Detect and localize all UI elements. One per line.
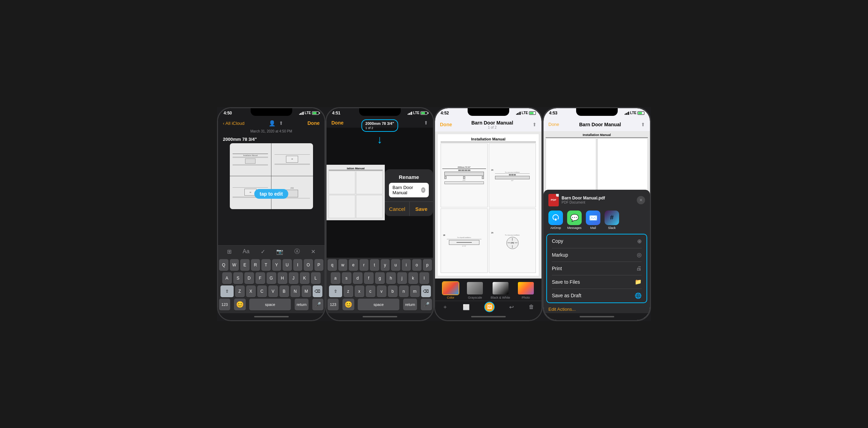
- key-w[interactable]: W: [230, 259, 239, 271]
- mic-key-2[interactable]: 🎤: [421, 299, 432, 310]
- key2-b[interactable]: b: [388, 285, 398, 297]
- key-e[interactable]: E: [240, 259, 250, 271]
- key-d[interactable]: D: [244, 272, 254, 284]
- key2-a[interactable]: a: [331, 272, 340, 284]
- key-t[interactable]: T: [261, 259, 271, 271]
- filter-bw[interactable]: Black & White: [491, 281, 510, 299]
- rename-input[interactable]: Barn Door Manual ✕: [389, 183, 429, 197]
- key2-e[interactable]: e: [349, 259, 358, 271]
- space-key-1[interactable]: space: [249, 299, 291, 310]
- filter-grayscale[interactable]: Grayscale: [466, 281, 484, 299]
- delete-key-2[interactable]: ⌫: [421, 285, 431, 297]
- key2-o[interactable]: o: [412, 259, 422, 271]
- crop-icon[interactable]: ⬜: [463, 304, 470, 310]
- key-f[interactable]: F: [255, 272, 265, 284]
- return-key-2[interactable]: return: [403, 299, 417, 310]
- key-y[interactable]: Y: [272, 259, 281, 271]
- person-icon-1[interactable]: 👤: [269, 120, 276, 127]
- key-z[interactable]: Z: [235, 285, 245, 297]
- key2-s[interactable]: s: [342, 272, 351, 284]
- key2-j[interactable]: j: [397, 272, 407, 284]
- close-icon[interactable]: ✕: [311, 248, 315, 255]
- key-g[interactable]: G: [267, 272, 276, 284]
- emoji-key-1[interactable]: 😊: [234, 299, 246, 310]
- key2-t[interactable]: t: [370, 259, 379, 271]
- table-icon[interactable]: ⊞: [227, 248, 232, 255]
- key-m[interactable]: M: [302, 285, 311, 297]
- share-option-save-draft[interactable]: Save as Draft 🌐: [547, 289, 646, 302]
- key2-y[interactable]: y: [381, 259, 390, 271]
- share-close-button[interactable]: ✕: [637, 196, 645, 204]
- key2-i[interactable]: i: [402, 259, 411, 271]
- space-key-2[interactable]: space: [358, 299, 399, 310]
- key-b[interactable]: B: [279, 285, 289, 297]
- rename-input-text[interactable]: Barn Door Manual: [392, 185, 421, 195]
- tap-to-edit-badge[interactable]: tap to edit: [254, 189, 288, 199]
- share-edit-actions[interactable]: Edit Actions...: [544, 304, 650, 313]
- key-l[interactable]: L: [311, 272, 321, 284]
- rename-save-button[interactable]: Save: [409, 202, 433, 216]
- key-v[interactable]: V: [268, 285, 278, 297]
- rotate-icon[interactable]: ↩: [509, 304, 514, 310]
- share-icon-3[interactable]: ⬆: [532, 122, 537, 127]
- filter-color[interactable]: Color: [442, 281, 459, 299]
- share-icon-2[interactable]: ⬆: [424, 120, 428, 126]
- share-app-messages[interactable]: 💬 Messages: [567, 211, 582, 230]
- key2-q[interactable]: q: [328, 259, 337, 271]
- share-option-copy[interactable]: Copy ⊕: [547, 234, 646, 248]
- key-k[interactable]: K: [300, 272, 310, 284]
- back-button-1[interactable]: ‹ All iCloud: [223, 121, 244, 126]
- key-o[interactable]: O: [304, 259, 313, 271]
- key-x[interactable]: X: [246, 285, 256, 297]
- key-a[interactable]: A: [222, 272, 232, 284]
- key-p[interactable]: P: [314, 259, 324, 271]
- key2-g[interactable]: g: [375, 272, 385, 284]
- share-app-slack[interactable]: # Slack: [605, 211, 619, 230]
- key2-l[interactable]: l: [419, 272, 429, 284]
- key2-n[interactable]: n: [399, 285, 409, 297]
- key-h[interactable]: H: [278, 272, 287, 284]
- pdf-preview-1[interactable]: Installation Manual: [230, 143, 313, 209]
- emoji-key-2[interactable]: 😊: [342, 299, 354, 310]
- key2-p[interactable]: p: [423, 259, 432, 271]
- text-format-icon[interactable]: Aa: [243, 248, 250, 255]
- rename-cancel-button[interactable]: Cancel: [385, 202, 409, 216]
- mic-key-1[interactable]: 🎤: [312, 299, 323, 310]
- key-s[interactable]: S: [233, 272, 243, 284]
- share-app-airdrop[interactable]: AirDrop: [548, 211, 563, 230]
- key2-h[interactable]: h: [386, 272, 396, 284]
- share-option-print[interactable]: Print 🖨: [547, 262, 646, 275]
- key2-k[interactable]: k: [408, 272, 418, 284]
- share-icon-1[interactable]: ⬆: [279, 120, 283, 126]
- plus-icon[interactable]: ＋: [442, 303, 448, 311]
- key-r[interactable]: R: [251, 259, 260, 271]
- return-key-1[interactable]: return: [295, 299, 309, 310]
- key2-c[interactable]: c: [366, 285, 375, 297]
- key-n[interactable]: N: [290, 285, 300, 297]
- key2-123[interactable]: 123: [328, 299, 339, 310]
- markup-icon[interactable]: Ⓐ: [294, 248, 300, 255]
- key2-w[interactable]: w: [338, 259, 348, 271]
- camera-icon[interactable]: 📷: [276, 248, 283, 255]
- done-button-3[interactable]: Done: [440, 122, 452, 127]
- filter-photo[interactable]: Photo: [517, 281, 535, 299]
- share-option-save-files[interactable]: Save to Files 📁: [547, 275, 646, 289]
- rename-clear-button[interactable]: ✕: [421, 187, 425, 193]
- key2-d[interactable]: d: [353, 272, 363, 284]
- key-123[interactable]: 123: [219, 299, 230, 310]
- key-c[interactable]: C: [257, 285, 267, 297]
- key-u[interactable]: U: [283, 259, 292, 271]
- delete-key[interactable]: ⌫: [313, 285, 322, 297]
- key2-r[interactable]: r: [359, 259, 369, 271]
- done-button-1[interactable]: Done: [307, 120, 320, 126]
- share-app-mail[interactable]: ✉️ Mail: [586, 211, 600, 230]
- key2-x[interactable]: x: [355, 285, 364, 297]
- key2-u[interactable]: u: [391, 259, 400, 271]
- key2-m[interactable]: m: [410, 285, 420, 297]
- trash-icon[interactable]: 🗑: [529, 304, 534, 310]
- shift-key-2[interactable]: ⇧: [329, 285, 342, 297]
- filter-active-icon[interactable]: 🖼: [484, 302, 495, 312]
- done-button-2[interactable]: Done: [331, 120, 344, 126]
- key-j[interactable]: J: [289, 272, 298, 284]
- share-option-markup[interactable]: Markup ◎: [547, 248, 646, 262]
